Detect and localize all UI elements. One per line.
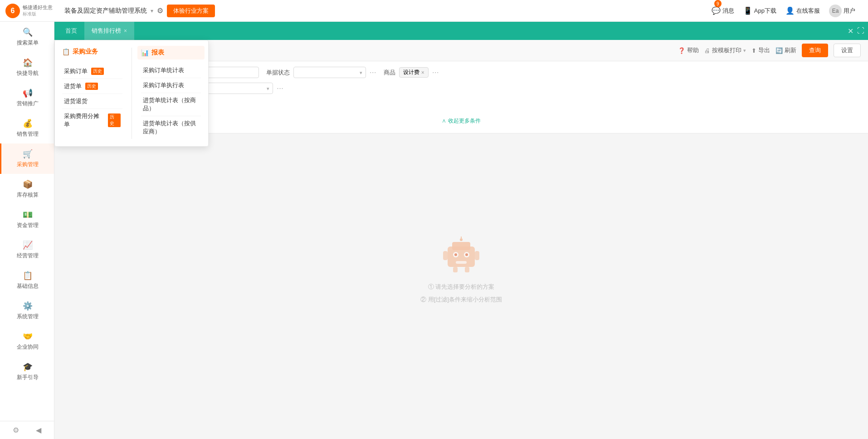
help-btn[interactable]: ❓ 帮助	[678, 46, 699, 54]
system-dropdown-arrow[interactable]: ▾	[151, 8, 153, 14]
message-action[interactable]: 💬 消息 9	[712, 6, 734, 15]
sidebar-item-purchase[interactable]: 🛒 采购管理	[0, 143, 54, 174]
logo-app-name: 畅捷通好生意	[23, 4, 53, 10]
dropdown-item-po-exec[interactable]: 采购订单执行表	[141, 78, 201, 93]
empty-tip2: ② 用[过滤]条件来缩小分析范围	[420, 296, 502, 304]
sidebar-label-system: 系统管理	[17, 313, 39, 321]
tab-close-icon[interactable]: ×	[124, 28, 127, 34]
dropdown-item-return-label: 进货退货	[64, 97, 88, 105]
sidebar-label-nav: 快捷导航	[17, 69, 39, 77]
sidebar-item-finance[interactable]: 💵 资金管理	[0, 204, 54, 235]
setting-btn[interactable]: 设置	[834, 44, 861, 57]
history-badge-receipt: 历史	[85, 83, 98, 90]
sidebar-label-inventory: 库存核算	[17, 191, 39, 199]
tab-close-window-btn[interactable]: ✕	[848, 27, 853, 35]
status-label: 单据状态	[266, 69, 290, 77]
salesman-select-wrapper	[200, 83, 273, 94]
dropdown-item-cost[interactable]: 采购费用分摊单 历史	[62, 109, 122, 132]
tip2-bullet: ②	[420, 296, 428, 303]
export-btn[interactable]: ⬆ 导出	[751, 46, 770, 54]
export-label: 导出	[758, 46, 770, 54]
sidebar-item-marketing[interactable]: 📢 营销推广	[0, 83, 54, 113]
reports-col-icon: 📊	[141, 49, 149, 56]
topbar-right: 💬 消息 9 📱 App下载 👤 在线客服 Ea 用户	[712, 5, 863, 17]
dropdown-divider	[132, 48, 132, 139]
main-layout: 🔍 搜索菜单 🏠 快捷导航 📢 营销推广 💰 销售管理 🛒 采购管理 📦 库存核…	[0, 22, 868, 439]
status-more-dots[interactable]: ···	[370, 68, 376, 77]
query-btn[interactable]: 查询	[802, 44, 828, 57]
tab-home[interactable]: 首页	[58, 22, 84, 40]
history-badge-cost: 历史	[108, 113, 121, 127]
collab-icon: 🤝	[23, 331, 33, 341]
purchase-col-icon: 📋	[62, 48, 70, 55]
system-icon: ⚙️	[23, 301, 33, 311]
help-label: 帮助	[687, 46, 699, 54]
dropdown-item-po-label: 采购订单	[64, 67, 88, 75]
reports-col-title: 📊 报表	[137, 46, 205, 59]
dropdown-item-cost-label: 采购费用分摊单	[64, 112, 104, 128]
empty-tip1: ① 请先选择要分析的方案	[428, 283, 495, 291]
tip1-bullet: ①	[428, 283, 436, 290]
inventory-icon: 📦	[23, 179, 33, 189]
system-gear-icon[interactable]: ⚙	[157, 6, 163, 15]
sidebar-label-purchase: 采购管理	[17, 161, 39, 168]
dropdown-item-receipt[interactable]: 进货单 历史	[62, 79, 122, 94]
app-download-action[interactable]: 📱 App下载	[743, 6, 776, 15]
dropdown-item-receipt-supplier[interactable]: 进货单统计表（按供应商）	[141, 116, 201, 139]
user-avatar: Ea	[829, 5, 842, 17]
service-action[interactable]: 👤 在线客服	[785, 6, 820, 15]
refresh-btn[interactable]: 🔄 刷新	[775, 46, 796, 54]
message-icon: 💬	[712, 6, 721, 15]
collapse-sidebar-btn[interactable]: ◀	[36, 426, 41, 434]
export-icon: ⬆	[751, 47, 756, 54]
sidebar-item-guide[interactable]: 🎓 新手引导	[0, 356, 54, 387]
status-select[interactable]	[293, 67, 366, 78]
print-btn[interactable]: 🖨 按模板打印 ▾	[704, 46, 746, 54]
sidebar-item-system[interactable]: ⚙️ 系统管理	[0, 296, 54, 326]
message-label: 消息	[722, 7, 734, 15]
empty-robot-svg	[439, 233, 484, 278]
dropdown-item-po-stat-label: 采购订单统计表	[143, 66, 184, 74]
dropdown-item-po-stat[interactable]: 采购订单统计表	[141, 63, 201, 78]
salesman-select[interactable]	[200, 83, 273, 94]
sidebar-label-guide: 新手引导	[17, 374, 39, 381]
purchase-icon: 🛒	[23, 149, 33, 159]
collapse-icon: ∧	[442, 118, 446, 124]
system-area: 装备及固定资产辅助管理系统 ▾ ⚙ 体验行业方案	[60, 5, 712, 17]
user-action[interactable]: Ea 用户	[829, 5, 855, 17]
sidebar-bottom: ⚙ ◀	[0, 421, 54, 439]
sidebar: 🔍 搜索菜单 🏠 快捷导航 📢 营销推广 💰 销售管理 🛒 采购管理 📦 库存核…	[0, 22, 54, 439]
sidebar-item-sales[interactable]: 💰 销售管理	[0, 113, 54, 143]
settings-bottom-btn[interactable]: ⚙	[13, 426, 19, 434]
history-badge-po: 历史	[91, 68, 104, 75]
filter-goods-item: 商品 设计费 × ···	[384, 67, 439, 78]
sidebar-item-search[interactable]: 🔍 搜索菜单	[0, 22, 54, 52]
sales-icon: 💰	[23, 118, 33, 128]
svg-rect-1	[452, 242, 470, 250]
goods-tag: 设计费 ×	[399, 67, 429, 78]
home-icon: 🏠	[23, 58, 33, 68]
goods-more-dots[interactable]: ···	[432, 68, 439, 77]
dropdown-item-receipt-stat[interactable]: 进货单统计表（按商品）	[141, 93, 201, 116]
sidebar-item-base[interactable]: 📋 基础信息	[0, 265, 54, 296]
sidebar-label-finance: 资金管理	[17, 222, 39, 229]
industry-btn[interactable]: 体验行业方案	[167, 5, 215, 17]
dropdown-item-po[interactable]: 采购订单 历史	[62, 64, 122, 79]
goods-tag-close[interactable]: ×	[421, 69, 424, 76]
app-label: App下载	[754, 7, 776, 15]
logo-icon: 6	[5, 4, 20, 18]
sidebar-item-collab[interactable]: 🤝 企业协同	[0, 326, 54, 356]
tab-sales-rank[interactable]: 销售排行榜 ×	[84, 22, 134, 40]
sidebar-label-marketing: 营销推广	[17, 100, 39, 108]
sidebar-item-nav[interactable]: 🏠 快捷导航	[0, 52, 54, 83]
sidebar-item-operation[interactable]: 📈 经营管理	[0, 235, 54, 265]
print-dropdown-icon[interactable]: ▾	[743, 48, 746, 54]
empty-state: ① 请先选择要分析的方案 ② 用[过滤]条件来缩小分析范围	[54, 133, 868, 439]
help-icon: ❓	[678, 47, 685, 54]
salesman-more-dots[interactable]: ···	[277, 84, 283, 93]
tab-maximize-btn[interactable]: ⛶	[857, 27, 864, 35]
purchase-col: 📋 采购业务 采购订单 历史 进货单 历史 进货退货	[62, 48, 122, 139]
svg-point-4	[454, 253, 457, 256]
sidebar-item-inventory[interactable]: 📦 库存核算	[0, 174, 54, 204]
dropdown-item-return[interactable]: 进货退货	[62, 94, 122, 109]
